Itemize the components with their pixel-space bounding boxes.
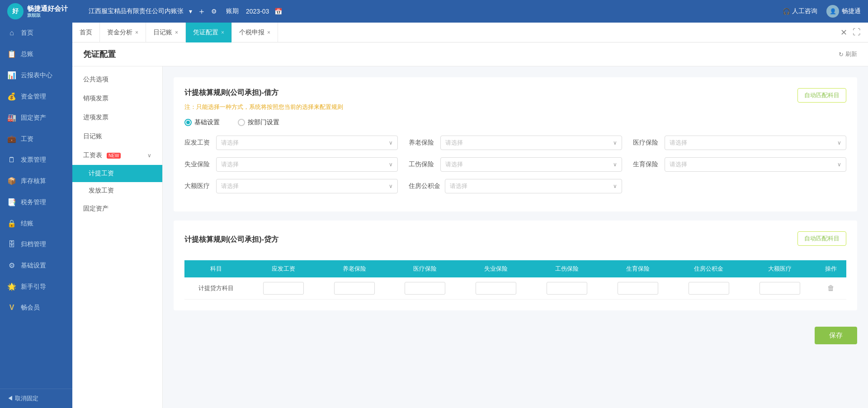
sub-sidebar-pay-salary[interactable]: 发放工资 (72, 182, 162, 199)
form-item-gong-shang: 工伤保险 请选择 ∨ (409, 157, 622, 172)
maximize-icon[interactable]: ⛶ (853, 28, 861, 37)
yang-lao-input[interactable] (334, 282, 375, 295)
add-icon[interactable]: ＋ (198, 6, 206, 17)
sidebar-item-archive[interactable]: 🗄 归档管理 (0, 234, 72, 255)
ying-fa-input[interactable] (263, 282, 304, 295)
shi-ye-select[interactable]: 请选择 ∨ (216, 157, 398, 172)
radio-basic-setup[interactable]: 基础设置 (184, 118, 220, 127)
account-period-label: 账期 (226, 7, 239, 15)
vip-icon: V (7, 304, 16, 312)
close-tax-report-icon[interactable]: × (267, 29, 270, 36)
delete-row-icon[interactable]: 🗑 (827, 284, 835, 292)
col-action: 操作 (815, 260, 846, 277)
sub-sidebar-public-options[interactable]: 公共选项 (72, 70, 162, 89)
col-gong-shang: 工伤保险 (532, 260, 603, 277)
sidebar-item-label: 结账 (21, 220, 33, 228)
dropdown-arrow-icon[interactable]: ▾ (189, 8, 192, 15)
close-journal-icon[interactable]: × (175, 29, 178, 36)
zhu-fang-input[interactable] (689, 282, 729, 295)
sidebar-item-label: 库存核算 (21, 177, 46, 185)
sidebar-item-funds[interactable]: 💰 资金管理 (0, 86, 72, 107)
credit-section: 计提核算规则(公司承担)-贷方 自动匹配科目 科目 应发工资 养老保险 (174, 220, 857, 310)
settings-icon[interactable]: ⚙ (211, 8, 217, 15)
row-zhu-fang[interactable] (673, 277, 744, 300)
sidebar-item-salary[interactable]: 💼 工资 (0, 128, 72, 150)
radio-by-dept[interactable]: 按部门设置 (238, 118, 279, 127)
row-sheng-yu[interactable] (603, 277, 674, 300)
new-badge: NEW (107, 153, 121, 159)
sidebar-item-reports[interactable]: 📊 云报表中心 (0, 65, 72, 86)
gong-shang-select[interactable]: 请选择 ∨ (440, 157, 622, 172)
cancel-fix-button[interactable]: ◀ 取消固定 (0, 389, 72, 408)
content-area: 首页 资金分析 × 日记账 × 凭证配置 × 个税申报 × ✕ ⛶ (72, 23, 868, 408)
col-subject: 科目 (184, 260, 248, 277)
gong-shang-input[interactable] (547, 282, 587, 295)
close-all-icon[interactable]: ✕ (840, 28, 847, 38)
sales-invoice-label: 销项发票 (83, 94, 108, 102)
form-item-da-e: 大额医疗 请选择 ∨ (184, 179, 398, 193)
col-yi-liao: 医疗保险 (390, 260, 461, 277)
sidebar-item-assets[interactable]: 🏭 固定资产 (0, 107, 72, 128)
sidebar-item-label: 畅会员 (21, 304, 40, 312)
tab-home[interactable]: 首页 (72, 23, 100, 42)
sub-sidebar-journal[interactable]: 日记账 (72, 127, 162, 146)
zhu-fang-select[interactable]: 请选择 ∨ (445, 179, 622, 193)
row-action[interactable]: 🗑 (815, 277, 846, 300)
support-button[interactable]: 🎧 人工咨询 (783, 7, 817, 15)
sub-sidebar-accrual-salary[interactable]: 计提工资 (72, 165, 162, 182)
tab-voucher-config[interactable]: 凭证配置 × (186, 23, 232, 42)
row-shi-ye[interactable] (461, 277, 532, 300)
row-ying-fa[interactable] (248, 277, 319, 300)
ying-fa-select[interactable]: 请选择 ∨ (216, 136, 398, 150)
closing-icon: 🔒 (7, 219, 16, 228)
shi-ye-input[interactable] (476, 282, 516, 295)
sheng-yu-select[interactable]: 请选择 ∨ (665, 157, 846, 172)
sidebar-item-vip[interactable]: V 畅会员 (0, 297, 72, 318)
save-button[interactable]: 保存 (815, 327, 857, 344)
row-da-e[interactable] (744, 277, 815, 300)
row-yi-liao[interactable] (390, 277, 461, 300)
sidebar-item-closing[interactable]: 🔒 结账 (0, 213, 72, 234)
user-info[interactable]: 👤 畅捷通 (826, 5, 861, 18)
logo-subtitle: 旗舰版 (27, 13, 68, 18)
public-options-label: 公共选项 (83, 75, 108, 83)
sidebar-item-tax[interactable]: 📑 税务管理 (0, 192, 72, 213)
row-gong-shang[interactable] (532, 277, 603, 300)
invoice-icon: 🗒 (7, 156, 16, 164)
sidebar-item-settings[interactable]: ⚙ 基础设置 (0, 255, 72, 276)
sidebar-item-inventory[interactable]: 📦 库存核算 (0, 170, 72, 192)
debit-section: 计提核算规则(公司承担)-借方 注：只能选择一种方式，系统将按照您当前的选择来配… (174, 77, 857, 211)
tab-fund-analysis[interactable]: 资金分析 × (100, 23, 146, 42)
sub-sidebar-salary-table[interactable]: 工资表 NEW ∨ (72, 146, 162, 165)
da-e-input[interactable] (760, 282, 800, 295)
sheng-yu-input[interactable] (618, 282, 658, 295)
ying-fa-placeholder: 请选择 (221, 139, 239, 147)
row-yang-lao[interactable] (319, 277, 390, 300)
da-e-placeholder: 请选择 (221, 182, 239, 190)
yi-liao-select[interactable]: 请选择 ∨ (665, 136, 846, 150)
debit-auto-match-button[interactable]: 自动匹配科目 (797, 88, 846, 103)
close-voucher-config-icon[interactable]: × (221, 29, 224, 36)
debit-form-grid: 应发工资 请选择 ∨ 养老保险 请选择 ∨ (184, 136, 846, 193)
sidebar-item-label: 总账 (21, 50, 33, 58)
da-e-select[interactable]: 请选择 ∨ (216, 179, 398, 193)
credit-auto-match-button[interactable]: 自动匹配科目 (797, 231, 846, 246)
sidebar-item-home[interactable]: ⌂ 首页 (0, 23, 72, 43)
tab-fund-analysis-label: 资金分析 (107, 28, 132, 37)
cancel-fix-label: ◀ 取消固定 (7, 394, 38, 403)
sidebar-item-ledger[interactable]: 📋 总账 (0, 43, 72, 65)
sidebar-item-guide[interactable]: 🌟 新手引导 (0, 276, 72, 297)
yi-liao-input[interactable] (405, 282, 445, 295)
sub-sidebar-purchase-invoice[interactable]: 进项发票 (72, 108, 162, 127)
sidebar-item-invoice[interactable]: 🗒 发票管理 (0, 150, 72, 170)
tab-journal[interactable]: 日记账 × (146, 23, 186, 42)
yi-liao-dropdown-icon: ∨ (837, 140, 841, 146)
yang-lao-select[interactable]: 请选择 ∨ (440, 136, 622, 150)
credit-section-title: 计提核算规则(公司承担)-贷方 (184, 235, 278, 244)
refresh-button[interactable]: ↻ 刷新 (839, 50, 857, 58)
close-fund-analysis-icon[interactable]: × (135, 29, 138, 36)
calendar-icon[interactable]: 📅 (274, 8, 282, 15)
tab-tax-report[interactable]: 个税申报 × (232, 23, 278, 42)
sub-sidebar-fixed-assets[interactable]: 固定资产 (72, 199, 162, 218)
sub-sidebar-sales-invoice[interactable]: 销项发票 (72, 89, 162, 108)
